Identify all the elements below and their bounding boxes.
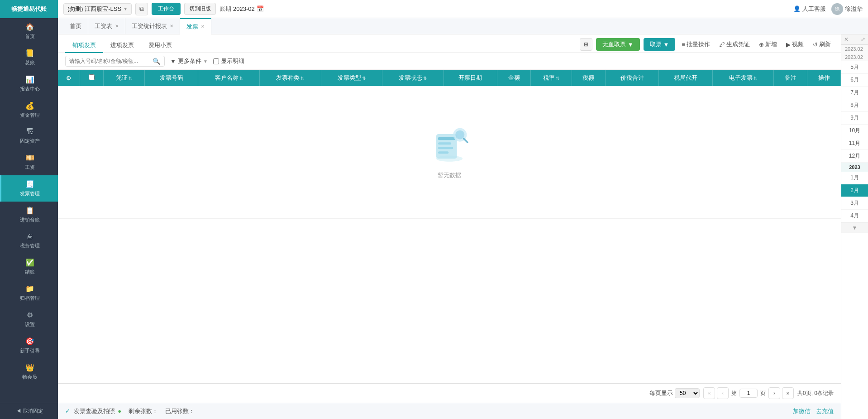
sub-tab-expense[interactable]: 费用小票 [141, 39, 179, 53]
date-year-2023-02-second[interactable]: 2023.02 [841, 53, 868, 61]
add-wechat-link[interactable]: 加微信 [793, 407, 811, 415]
sidebar-item-税务管理[interactable]: 🖨税务管理 [0, 228, 58, 254]
search-input[interactable] [69, 58, 151, 64]
svg-rect-5 [438, 151, 448, 154]
service-button[interactable]: 👤 人工客服 [793, 5, 826, 13]
refresh-button[interactable]: ↺ 刷新 [810, 39, 834, 50]
sidebar-item-发票管理[interactable]: 🧾发票管理 [0, 175, 58, 202]
sidebar-item-固定资产[interactable]: 🏗固定资产 [0, 123, 58, 149]
sort-icon: ⇅ [556, 76, 559, 81]
table-header-0: ⚙ [58, 70, 80, 86]
date-month-item-5月[interactable]: 5月 [841, 61, 868, 74]
page-content: 销项发票 进项发票 费用小票 ⊞ 无血取票 ▼ 取票 ▼ ≡ 批量操作 [58, 34, 868, 419]
show-detail-checkbox[interactable]: 显示明细 [213, 57, 244, 65]
sidebar-item-新手引导[interactable]: 🎯新手引导 [0, 332, 58, 359]
copy-button[interactable]: ⧉ [135, 3, 148, 15]
date-year-2023-02-top[interactable]: 2023.02 [841, 45, 868, 53]
first-page-button[interactable]: « [703, 387, 715, 399]
sort-icon: ⇅ [239, 76, 243, 81]
sidebar-item-工资[interactable]: 💴工资 [0, 149, 58, 175]
sub-tab-purchase[interactable]: 进项发票 [103, 39, 141, 53]
sidebar-item-归档管理[interactable]: 📁归档管理 [0, 280, 58, 306]
recharge-link[interactable]: 去充值 [816, 407, 834, 415]
ticket-button[interactable]: 取票 ▼ [644, 38, 676, 51]
table-header-2[interactable]: 凭证⇅ [103, 70, 144, 86]
empty-row: 暂无数据 [58, 86, 841, 219]
prev-page-button[interactable]: ‹ [717, 387, 729, 399]
last-page-button[interactable]: » [782, 387, 794, 399]
refresh-icon: ↺ [813, 41, 818, 48]
tab-工资统计报表[interactable]: 工资统计报表✕ [125, 18, 180, 34]
more-filters-button[interactable]: ▼ 更多条件 ▼ [170, 57, 208, 65]
tab-close-3[interactable]: ✕ [201, 24, 205, 29]
date-month-item-10月[interactable]: 10月 [841, 125, 868, 137]
table-header-6[interactable]: 发票类型⇅ [321, 70, 382, 86]
sidebar-label-8: 税务管理 [20, 242, 40, 249]
sort-icon: ⇅ [754, 76, 757, 81]
sidebar-item-报表中心[interactable]: 📊报表中心 [0, 71, 58, 97]
page-size-selector: 每页显示 20 50 100 [649, 388, 700, 398]
table-header-14[interactable]: 电子发票⇅ [712, 70, 774, 86]
search-icon[interactable]: 🔍 [153, 58, 160, 65]
date-panel-close-button[interactable]: ✕ [844, 36, 849, 43]
date-month-item-9月[interactable]: 9月 [841, 112, 868, 125]
date-month-item-6月[interactable]: 6月 [841, 74, 868, 87]
sidebar-item-畅会员[interactable]: 👑畅会员 [0, 359, 58, 385]
user-menu[interactable]: 徐 徐溢华 [831, 3, 863, 15]
sidebar-icon-13: 👑 [25, 363, 34, 372]
bottom-links: 加微信 去充值 [793, 407, 834, 415]
batch-icon: ≡ [682, 41, 685, 48]
sidebar-item-首页[interactable]: 🏠首页 [0, 18, 58, 44]
table-header-10[interactable]: 税率⇅ [531, 70, 572, 86]
date-month-2023-item-4月[interactable]: 4月 [841, 210, 868, 222]
date-month-2023-item-3月[interactable]: 3月 [841, 197, 868, 210]
cancel-pin-label: ◀ 取消固定 [16, 408, 43, 414]
svg-rect-3 [438, 142, 451, 144]
grid-icon-button[interactable]: ⊞ [580, 38, 592, 51]
page-input[interactable] [739, 389, 758, 398]
select-all-checkbox[interactable] [89, 74, 95, 80]
date-month-item-12月[interactable]: 12月 [841, 150, 868, 163]
sort-icon: ⇅ [129, 76, 132, 81]
tab-工资表[interactable]: 工资表✕ [88, 18, 125, 34]
sidebar-item-进销台账[interactable]: 📋进销台账 [0, 202, 58, 228]
sidebar-item-资金管理[interactable]: 💰资金管理 [0, 97, 58, 123]
empty-cell: 暂无数据 [58, 86, 841, 219]
filter-bar: 🔍 ▼ 更多条件 ▼ 显示明细 [58, 53, 841, 70]
video-button[interactable]: ▶ 视频 [783, 39, 806, 50]
sidebar-item-总账[interactable]: 📒总账 [0, 44, 58, 71]
switch-version-button[interactable]: 切到旧版 [184, 3, 216, 15]
table-header-7[interactable]: 发票状态⇅ [382, 70, 444, 86]
new-button[interactable]: ⊕ 新增 [756, 39, 780, 50]
table-header-4[interactable]: 客户名称⇅ [198, 70, 260, 86]
sidebar-bottom: ◀ 取消固定 [0, 403, 58, 419]
tab-close-2[interactable]: ✕ [170, 24, 173, 29]
date-panel-expand-button[interactable]: ⤢ [861, 36, 865, 43]
table-header-5[interactable]: 发票种类⇅ [259, 70, 321, 86]
workbench-button[interactable]: 工作台 [152, 3, 181, 15]
new-icon: ⊕ [759, 41, 764, 48]
date-month-item-7月[interactable]: 7月 [841, 87, 868, 99]
no-ticket-button[interactable]: 无血取票 ▼ [596, 38, 640, 51]
sidebar-item-设置[interactable]: ⚙设置 [0, 306, 58, 332]
date-month-item-11月[interactable]: 11月 [841, 137, 868, 150]
sidebar-item-结账[interactable]: ✅结账 [0, 254, 58, 280]
tab-close-1[interactable]: ✕ [115, 24, 119, 29]
show-detail-input[interactable] [213, 58, 219, 64]
date-year-2023-header[interactable]: 2023 [841, 163, 868, 172]
sub-tab-sales[interactable]: 销项发票 [65, 39, 103, 53]
tab-发票[interactable]: 发票✕ [180, 18, 211, 34]
batch-op-button[interactable]: ≡ 批量操作 [679, 39, 713, 50]
table-header-13: 税局代开 [659, 70, 712, 86]
sidebar-label-13: 畅会员 [22, 374, 37, 380]
gen-voucher-button[interactable]: 🖊 生成凭证 [716, 39, 753, 50]
date-month-2023-item-1月[interactable]: 1月 [841, 172, 868, 184]
date-month-item-8月[interactable]: 8月 [841, 99, 868, 112]
tab-首页[interactable]: 首页 [63, 18, 88, 34]
date-month-2023-item-2月[interactable]: 2月 [841, 184, 868, 197]
page-size-select[interactable]: 20 50 100 [675, 388, 700, 398]
next-page-button[interactable]: › [768, 387, 780, 399]
company-selector[interactable]: (勿删) 江西服宝-LSS ▼ [63, 3, 132, 15]
sidebar-item-cancel-pin[interactable]: ◀ 取消固定 [0, 403, 58, 419]
date-panel-scroll-down[interactable]: ▼ [841, 222, 868, 233]
